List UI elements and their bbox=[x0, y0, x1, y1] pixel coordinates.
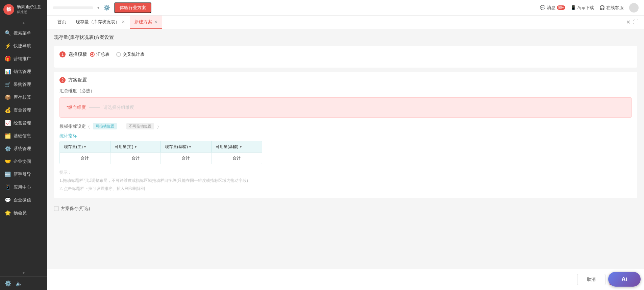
sidebar-nav: 🔍 搜索菜单 ⚡ 快捷导航 🎁 营销推广 📊 销售管理 🛒 采购管理 📦 库存核… bbox=[0, 27, 47, 269]
dimension-placeholder: 请选择分组维度 bbox=[103, 104, 134, 111]
sidebar-item-marketing[interactable]: 🎁 营销推广 bbox=[0, 52, 47, 65]
stats-table-header: 现存量(主) ▾ 可用量(主) ▾ 现存量(基辅) ▾ 可用量(基辅) bbox=[60, 141, 262, 152]
dimension-area[interactable]: *纵向维度 —— 请选择分组维度 bbox=[59, 97, 632, 118]
tab-controls: ✕ ⛶ bbox=[162, 19, 639, 25]
radio-cross[interactable] bbox=[116, 52, 121, 57]
system-icon: ⚙️ bbox=[5, 146, 11, 152]
tab-new-plan-close-icon[interactable]: ✕ bbox=[154, 20, 157, 24]
tip-item-2: 2. 点击标题栏下拉可设置排序、插入列和删除列 bbox=[59, 185, 632, 193]
ai-fab-button[interactable]: Ai bbox=[608, 272, 641, 287]
chevron-down-icon-1: ▾ bbox=[84, 145, 86, 149]
sidebar-item-guide[interactable]: 🆕 新手引导 bbox=[0, 168, 47, 181]
message-icon: 💬 bbox=[540, 5, 545, 10]
sidebar-item-vip[interactable]: 🌟 畅会员 bbox=[0, 207, 47, 219]
footer: 取消 查询 bbox=[47, 269, 644, 290]
sidebar-item-operations[interactable]: 📈 经营管理 bbox=[0, 117, 47, 129]
stats-table: 现存量(主) ▾ 可用量(主) ▾ 现存量(基辅) ▾ 可用量(基辅) bbox=[59, 141, 262, 164]
sidebar-item-label: 企业微信 bbox=[14, 197, 31, 203]
stats-title: 统计指标 bbox=[59, 133, 632, 139]
chevron-down-icon-3: ▾ bbox=[189, 145, 191, 149]
indicator-settings-label: 模板指标设定（ 可拖动位置 不可拖动位置 ） bbox=[59, 123, 632, 129]
sidebar-item-appcenter[interactable]: 📱 应用中心 bbox=[0, 181, 47, 194]
topbar: ▾ ⚙️ 体验行业方案 💬 消息 99+ 📱 App下载 🎧 在线客服 bbox=[47, 0, 644, 16]
tips-title: 提示： bbox=[59, 170, 72, 175]
tips-section: 提示： 1.拖动标题栏可以调整布局，不可跨维度或指标区域拖动栏目字段(只能在同一… bbox=[59, 168, 632, 193]
stats-cell-1-2: 合计 bbox=[110, 152, 161, 164]
sidebar-item-label: 经营管理 bbox=[14, 120, 31, 126]
stats-cell-1-3: 合计 bbox=[161, 152, 212, 164]
sidebar-bottom: ⚙️ 🔈 bbox=[0, 276, 47, 290]
sidebar-item-wechat[interactable]: 💬 企业微信 bbox=[0, 194, 47, 207]
window-expand-icon[interactable]: ⛶ bbox=[633, 19, 639, 25]
sidebar-item-label: 搜索菜单 bbox=[14, 30, 31, 36]
step2-badge: 2 bbox=[59, 77, 66, 83]
sidebar-item-basicinfo[interactable]: 🗂️ 基础信息 bbox=[0, 129, 47, 142]
step1-badge: 1 bbox=[59, 51, 66, 57]
save-checkbox[interactable] bbox=[54, 206, 59, 211]
search-icon: 🔍 bbox=[5, 30, 11, 36]
sidebar-item-system[interactable]: ⚙️ 系统管理 bbox=[0, 142, 47, 155]
dimension-required-label: 汇总维度（必选） bbox=[59, 88, 632, 94]
stats-col-3[interactable]: 现存量(基辅) ▾ bbox=[161, 141, 212, 152]
sidebar-item-label: 库存核算 bbox=[14, 94, 31, 100]
sidebar-item-inventory[interactable]: 📦 库存核算 bbox=[0, 91, 47, 104]
main-content: ▾ ⚙️ 体验行业方案 💬 消息 99+ 📱 App下载 🎧 在线客服 首页 bbox=[47, 0, 644, 290]
sidebar-item-cooperation[interactable]: 🤝 企业协同 bbox=[0, 155, 47, 168]
sidebar-item-label: 基础信息 bbox=[14, 133, 31, 139]
sidebar: 畅 畅康通好生意 标准版 ▲ 🔍 搜索菜单 ⚡ 快捷导航 🎁 营销推广 📊 销售… bbox=[0, 0, 47, 290]
tab-inventory-close-icon[interactable]: ✕ bbox=[122, 20, 125, 24]
topbar-search bbox=[53, 6, 93, 9]
sidebar-logo: 畅 畅康通好生意 标准版 bbox=[0, 0, 47, 19]
topbar-dropdown-arrow[interactable]: ▾ bbox=[97, 5, 99, 10]
online-service-button[interactable]: 🎧 在线客服 bbox=[599, 5, 624, 11]
quicknav-icon: ⚡ bbox=[5, 43, 11, 49]
messages-button[interactable]: 💬 消息 99+ bbox=[540, 5, 565, 11]
sidebar-item-label: 资金管理 bbox=[14, 107, 31, 113]
headset-icon: 🎧 bbox=[599, 5, 605, 10]
tab-new-plan[interactable]: 新建方案 ✕ bbox=[130, 16, 162, 29]
movable-tag: 可拖动位置 bbox=[93, 123, 117, 129]
sidebar-item-purchase[interactable]: 🛒 采购管理 bbox=[0, 78, 47, 91]
stats-col-2[interactable]: 可用量(主) ▾ bbox=[110, 141, 161, 152]
finance-icon: 💰 bbox=[5, 107, 11, 113]
stats-cell-1-4: 合计 bbox=[212, 152, 262, 164]
sidebar-item-label: 销售管理 bbox=[14, 69, 31, 75]
topbar-gear-icon[interactable]: ⚙️ bbox=[103, 4, 110, 11]
sidebar-item-finance[interactable]: 💰 资金管理 bbox=[0, 104, 47, 117]
window-close-icon[interactable]: ✕ bbox=[626, 19, 630, 25]
sidebar-item-label: 系统管理 bbox=[14, 146, 31, 152]
marketing-icon: 🎁 bbox=[5, 56, 11, 62]
tab-inventory-status[interactable]: 现存量（库存状况表） ✕ bbox=[71, 16, 130, 29]
user-avatar[interactable] bbox=[629, 3, 639, 13]
stats-cell-1-1: 合计 bbox=[60, 152, 110, 164]
cancel-button[interactable]: 取消 bbox=[577, 274, 605, 285]
vertical-dimension-label: *纵向维度 bbox=[67, 104, 86, 111]
sidebar-item-label: 应用中心 bbox=[14, 184, 31, 190]
chevron-down-icon-2: ▾ bbox=[135, 145, 137, 149]
sidebar-scroll-up[interactable]: ▲ bbox=[0, 19, 47, 27]
trial-button[interactable]: 体验行业方案 bbox=[114, 2, 151, 13]
chevron-down-icon-4: ▾ bbox=[240, 145, 242, 149]
tip-item-1: 1.拖动标题栏可以调整布局，不可跨维度或指标区域拖动栏目字段(只能在同一维度或指… bbox=[59, 176, 632, 185]
step2-header: 2 方案配置 bbox=[59, 77, 632, 83]
audio-icon[interactable]: 🔈 bbox=[16, 280, 22, 287]
sidebar-item-sales[interactable]: 📊 销售管理 bbox=[0, 65, 47, 78]
save-option: 方案保存(可选) bbox=[54, 202, 637, 215]
unmovable-tag: 不可拖动位置 bbox=[126, 123, 154, 129]
phone-icon: 📱 bbox=[571, 5, 576, 10]
template-summary-option[interactable]: 汇总表 bbox=[90, 51, 109, 57]
basicinfo-icon: 🗂️ bbox=[5, 133, 11, 139]
stats-col-4[interactable]: 可用量(基辅) ▾ bbox=[212, 141, 262, 152]
logo-text: 畅康通好生意 标准版 bbox=[17, 4, 41, 15]
app-download-button[interactable]: 📱 App下载 bbox=[571, 5, 594, 11]
tab-home[interactable]: 首页 bbox=[53, 16, 71, 29]
radio-summary[interactable] bbox=[90, 52, 95, 57]
stats-col-1[interactable]: 现存量(主) ▾ bbox=[60, 141, 110, 152]
template-cross-option[interactable]: 交叉统计表 bbox=[116, 51, 145, 57]
sidebar-item-quicknav[interactable]: ⚡ 快捷导航 bbox=[0, 40, 47, 52]
settings-icon[interactable]: ⚙️ bbox=[5, 280, 11, 287]
sidebar-scroll-down[interactable]: ▼ bbox=[0, 269, 47, 276]
operations-icon: 📈 bbox=[5, 120, 11, 126]
step1-title: 选择模板 bbox=[68, 51, 87, 57]
sidebar-item-search[interactable]: 🔍 搜索菜单 bbox=[0, 27, 47, 40]
